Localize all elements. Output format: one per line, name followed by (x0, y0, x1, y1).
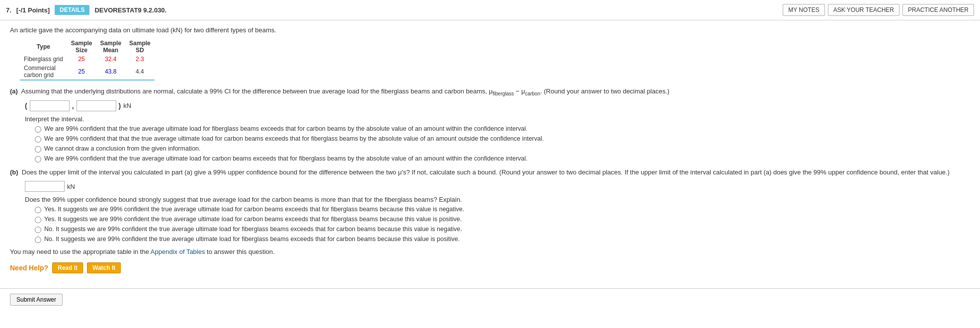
radio-option-1[interactable]: We are 99% confident that the true avera… (35, 125, 970, 133)
intro-text: An article gave the accompanying data on… (10, 26, 970, 34)
question-number: 7. (6, 6, 11, 14)
appendix-text: You may need to use the appropriate tabl… (10, 248, 970, 255)
radio-b-label-1: Yes. It suggests we are 99% confident th… (44, 206, 464, 213)
radio-label-3: We cannot draw a conclusion from the giv… (44, 145, 201, 152)
need-help-label: Need Help? (10, 264, 48, 272)
cell-sd-2: 4.4 (125, 64, 155, 80)
part-a-label: (a) (10, 87, 18, 95)
part-a-unit: kN (123, 102, 131, 109)
radio-b-label-4: No. It suggests we are 99% confident the… (44, 236, 460, 243)
radio-option-4[interactable]: We are 99% confident that the true avera… (35, 155, 970, 163)
cell-mean-2: 43.8 (96, 64, 125, 80)
footer: Submit Answer (0, 288, 980, 311)
submit-button[interactable]: Submit Answer (10, 294, 63, 306)
cell-type-1: Fiberglass grid (20, 55, 67, 64)
radio-label-2: We are 99% confident that that the true … (44, 135, 544, 142)
part-a-section: (a) Assuming that the underlying distrib… (10, 87, 970, 163)
radio-label-1: We are 99% confident that the true avera… (44, 125, 528, 132)
radio-b-label-3: No. It suggests we are 99% confident the… (44, 226, 462, 233)
my-notes-button[interactable]: MY NOTES (783, 4, 824, 16)
radio-b-option-1[interactable]: Yes. It suggests we are 99% confident th… (35, 206, 970, 213)
part-a-input-upper[interactable] (77, 100, 116, 111)
col-mean: SampleMean (96, 39, 125, 55)
col-type: Type (20, 39, 67, 55)
part-b-unit: kN (67, 183, 75, 190)
radio-b-input-4[interactable] (35, 237, 41, 243)
part-b-inputs: kN (25, 181, 970, 192)
radio-input-1[interactable] (35, 126, 41, 133)
data-table: Type SampleSize SampleMean SampleSD Fibe… (20, 39, 155, 81)
cell-mean-1: 32.4 (96, 55, 125, 64)
col-size: SampleSize (67, 39, 96, 55)
radio-input-4[interactable] (35, 156, 41, 163)
appendix-post: to answer this question. (207, 248, 275, 255)
read-it-button[interactable]: Read It (52, 262, 83, 273)
part-b-input[interactable] (25, 181, 65, 192)
part-a-input-lower[interactable] (30, 100, 70, 111)
open-paren: ( (25, 102, 27, 110)
radio-input-2[interactable] (35, 136, 41, 143)
cell-type-2: Commercialcarbon grid (20, 64, 67, 80)
main-content: An article gave the accompanying data on… (0, 20, 980, 283)
need-help-section: Need Help? Read It Watch It (10, 262, 970, 273)
radio-option-3[interactable]: We cannot draw a conclusion from the giv… (35, 145, 970, 153)
part-a-radio-group: We are 99% confident that the true avera… (35, 125, 970, 163)
part-a-inputs: ( , ) kN (25, 100, 970, 111)
radio-b-label-2: Yes. It suggests we are 99% confident th… (44, 216, 462, 223)
radio-label-4: We are 99% confident that the true avera… (44, 155, 528, 162)
radio-b-input-3[interactable] (35, 227, 41, 233)
appendix-link[interactable]: Appendix of Tables (151, 248, 205, 255)
col-sd: SampleSD (125, 39, 155, 55)
radio-b-option-4[interactable]: No. It suggests we are 99% confident the… (35, 236, 970, 243)
appendix-pre: You may need to use the appropriate tabl… (10, 248, 151, 255)
table-row: Commercialcarbon grid 25 43.8 4.4 (20, 64, 155, 80)
page-header: 7. [-/1 Points] DETAILS DEVORESTAT9 9.2.… (0, 0, 980, 20)
source-label: DEVORESTAT9 9.2.030. (94, 6, 166, 14)
radio-b-option-3[interactable]: No. It suggests we are 99% confident the… (35, 226, 970, 233)
part-b-section: (b) Does the upper limit of the interval… (10, 167, 970, 244)
part-b-text: Does the upper limit of the interval you… (20, 168, 950, 176)
radio-option-2[interactable]: We are 99% confident that that the true … (35, 135, 970, 143)
part-a-text: Assuming that the underlying distributio… (20, 87, 670, 95)
practice-another-button[interactable]: PRACTICE ANOTHER (902, 4, 974, 16)
cell-size-2: 25 (67, 64, 96, 80)
radio-b-input-1[interactable] (35, 207, 41, 213)
part-b-label: (b) (10, 168, 18, 176)
cell-size-1: 25 (67, 55, 96, 64)
header-actions: MY NOTES ASK YOUR TEACHER PRACTICE ANOTH… (783, 4, 974, 16)
comma-separator: , (72, 102, 74, 110)
details-button[interactable]: DETAILS (55, 5, 89, 15)
radio-b-input-2[interactable] (35, 217, 41, 223)
interpret-label: Interpret the interval. (25, 115, 970, 123)
radio-input-3[interactable] (35, 146, 41, 153)
watch-it-button[interactable]: Watch It (87, 262, 121, 273)
points-display: [-/1 Points] (16, 6, 50, 14)
ask-teacher-button[interactable]: ASK YOUR TEACHER (828, 4, 899, 16)
cell-sd-1: 2.3 (125, 55, 155, 64)
part-b-radio-group: Yes. It suggests we are 99% confident th… (35, 206, 970, 243)
close-paren: ) (119, 102, 121, 110)
part-b-sub-text: Does the 99% upper confidence bound stro… (25, 196, 970, 203)
table-row: Fiberglass grid 25 32.4 2.3 (20, 55, 155, 64)
radio-b-option-2[interactable]: Yes. It suggests we are 99% confident th… (35, 216, 970, 223)
